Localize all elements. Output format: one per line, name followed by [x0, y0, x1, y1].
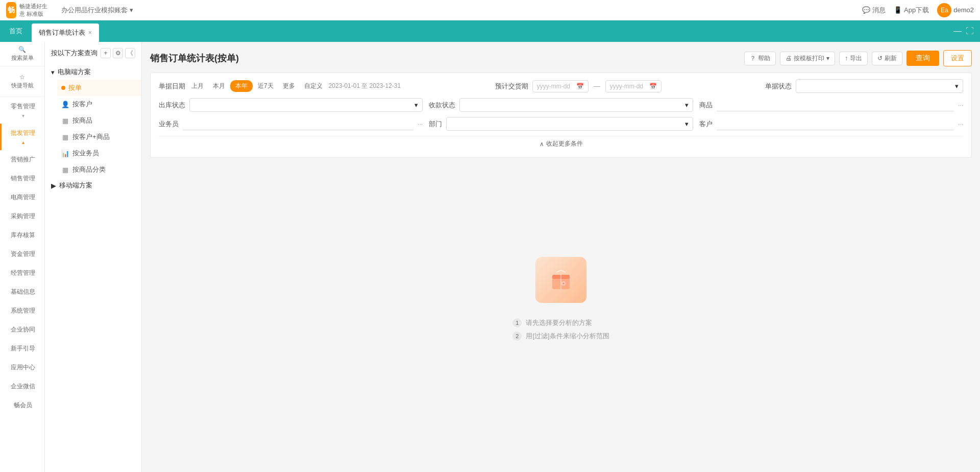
refresh-btn[interactable]: ↺ 刷新: [872, 52, 902, 65]
order-status-label: 单据状态: [765, 82, 792, 91]
help-label: 帮助: [758, 54, 770, 63]
scheme-panel-header: 按以下方案查询 + ⚙ 《: [45, 48, 141, 62]
star-icon: ☆: [19, 74, 25, 81]
pc-section-label: 电脑端方案: [58, 67, 91, 77]
goods-more-btn[interactable]: ···: [958, 102, 963, 109]
filter-date-col: 单据日期 上月 本月 本年 近7天 更多 自定义 2023-01-01 至: [159, 80, 489, 92]
sidebar-item-corpwx[interactable]: 企业微信: [0, 377, 44, 396]
search-btn[interactable]: 查询: [906, 51, 939, 66]
sidebar-item-newuser[interactable]: 新手引导: [0, 339, 44, 358]
print-btn[interactable]: 🖨 按模板打印 ▾: [780, 52, 835, 65]
sidebar-item-inventory[interactable]: 库存核算: [0, 226, 44, 245]
sidebar-item-basic[interactable]: 基础信息: [0, 282, 44, 301]
sidebar-item-purchase[interactable]: 采购管理: [0, 207, 44, 226]
empty-step-1: 1 请先选择要分析的方案: [512, 318, 609, 327]
topbar-right: 💬 消息 📱 App下载 Ea demo2: [862, 3, 974, 17]
scheme-collapse-btn[interactable]: 《: [125, 48, 135, 58]
tab-home[interactable]: 首页: [0, 20, 32, 42]
dropdown-arrow: ▾: [130, 6, 133, 14]
expected-date-start-input[interactable]: yyyy-mm-dd 📅: [532, 80, 589, 92]
sidebar-item-enterprise[interactable]: 企业协同: [0, 320, 44, 339]
scheme-item-by-goods[interactable]: ▦ 按商品: [57, 112, 141, 129]
sidebar-item-member[interactable]: 畅会员: [0, 396, 44, 415]
pc-section-toggle[interactable]: ▾ 电脑端方案: [45, 64, 141, 80]
more-date-btn[interactable]: 更多: [279, 80, 299, 92]
shipment-status-label: 出库状态: [159, 101, 185, 110]
filter-row-3: 业务员 ··· 部门 ▾ 客户 ···: [159, 117, 963, 131]
tab-active[interactable]: 销售订单统计表 ×: [32, 23, 99, 42]
wholesale-arrow: ▴: [22, 139, 24, 145]
scheme-item-by-customer[interactable]: 👤 按客户: [57, 96, 141, 112]
filter-expected-date-col: 预计交货期 yyyy-mm-dd 📅 — yyyy-mm-dd 📅: [495, 80, 759, 92]
scheme-item-by-cust-goods[interactable]: ▦ 按客户+商品: [57, 129, 141, 145]
date-range-display: 2023-01-01 至 2023-12-31: [329, 82, 401, 90]
mobile-section-toggle[interactable]: ▶ 移动端方案: [45, 178, 141, 193]
scheme-settings-btn[interactable]: ⚙: [113, 48, 123, 58]
page-header: 销售订单统计表(按单) ？ 帮助 🖨 按模板打印 ▾ ↑ 导出: [150, 50, 972, 66]
scheme-item-by-goods-cat[interactable]: ▦ 按商品分类: [57, 161, 141, 178]
user-menu[interactable]: Ea demo2: [937, 3, 974, 17]
salesperson-input[interactable]: [183, 118, 413, 130]
tab-close-btn[interactable]: ×: [88, 29, 92, 36]
order-status-select[interactable]: ▾: [796, 79, 963, 93]
chevron-down-icon-dept: ▾: [685, 120, 689, 128]
filter-payment-col: 收款状态 ▾: [429, 98, 693, 112]
tab-window-actions: — ⛶: [953, 20, 980, 42]
settings-btn[interactable]: 设置: [943, 50, 972, 66]
person-icon: 👤: [61, 100, 69, 108]
date-separator: —: [594, 82, 600, 90]
expected-date-end-input[interactable]: yyyy-mm-dd 📅: [605, 80, 662, 92]
date-range-end: 2023-12-31: [370, 82, 401, 89]
last7-btn[interactable]: 近7天: [254, 80, 278, 92]
collapse-filters-btn[interactable]: ∧ 收起更多条件: [159, 136, 963, 151]
sidebar-item-system[interactable]: 系统管理: [0, 301, 44, 320]
content-area: 按以下方案查询 + ⚙ 《 ▾ 电脑端方案 按单: [45, 42, 980, 472]
search-menu-btn[interactable]: 🔍 搜索菜单: [4, 46, 40, 62]
sidebar-item-appcenter[interactable]: 应用中心: [0, 358, 44, 377]
app-download-btn[interactable]: 📱 App下载: [894, 6, 929, 15]
export-btn[interactable]: ↑ 导出: [839, 52, 868, 65]
this-year-btn[interactable]: 本年: [230, 80, 253, 92]
date-label: 单据日期: [159, 82, 185, 91]
salesperson-more-btn[interactable]: ···: [418, 121, 423, 128]
fullscreen-btn[interactable]: ⛶: [966, 27, 974, 36]
scheme-item-by-order[interactable]: 按单: [57, 80, 141, 96]
customer-input[interactable]: [717, 118, 954, 130]
department-select[interactable]: ▾: [446, 117, 693, 131]
payment-status-select[interactable]: ▾: [459, 98, 693, 112]
scheme-by-cust-goods-label: 按客户+商品: [72, 132, 110, 141]
user-avatar: Ea: [937, 3, 951, 17]
filter-row-1: 单据日期 上月 本月 本年 近7天 更多 自定义 2023-01-01 至: [159, 79, 963, 93]
quick-nav-label: 快捷导航: [11, 82, 34, 89]
sidebar-item-sales[interactable]: 销售管理: [0, 169, 44, 188]
sidebar-item-retail[interactable]: 零售管理 ▾: [0, 97, 44, 124]
custom-date-btn[interactable]: 自定义: [300, 80, 327, 92]
customer-more-btn[interactable]: ···: [958, 121, 963, 128]
message-btn[interactable]: 💬 消息: [862, 6, 886, 15]
help-btn[interactable]: ？ 帮助: [744, 52, 776, 65]
this-month-btn[interactable]: 本月: [209, 80, 229, 92]
sidebar-item-operations[interactable]: 经营管理: [0, 264, 44, 282]
sidebar-item-wholesale[interactable]: 批发管理 ▴: [0, 124, 44, 150]
department-label: 部门: [429, 120, 442, 129]
scheme-item-by-salesperson[interactable]: 📊 按业务员: [57, 145, 141, 161]
quick-nav-btn[interactable]: ☆ 快捷导航: [3, 69, 41, 93]
logo-text: 畅捷通好生意 标准版: [19, 3, 51, 17]
goods-input[interactable]: [717, 99, 954, 111]
sidebar-item-marketing[interactable]: 营销推广: [0, 150, 44, 169]
filter-row-2: 出库状态 ▾ 收款状态 ▾ 商品: [159, 98, 963, 112]
corpwx-label: 企业微信: [11, 382, 35, 391]
print-label: 按模板打印: [794, 54, 824, 63]
add-scheme-btn[interactable]: +: [101, 48, 111, 58]
topbar-center: 办公用品行业模拟账套 ▾: [51, 6, 862, 15]
sidebar-item-ecommerce[interactable]: 电商管理: [0, 188, 44, 207]
title-area: 销售订单统计表(按单): [150, 52, 239, 64]
minimize-btn[interactable]: —: [953, 27, 962, 36]
shipment-status-select[interactable]: ▾: [189, 98, 423, 112]
tab-home-label: 首页: [9, 27, 22, 36]
prev-month-btn[interactable]: 上月: [187, 80, 208, 92]
system-label: 系统管理: [11, 306, 35, 315]
company-selector[interactable]: 办公用品行业模拟账套 ▾: [61, 6, 133, 15]
search-menu-label: 搜索菜单: [11, 54, 34, 62]
sidebar-item-finance[interactable]: 资金管理: [0, 245, 44, 264]
